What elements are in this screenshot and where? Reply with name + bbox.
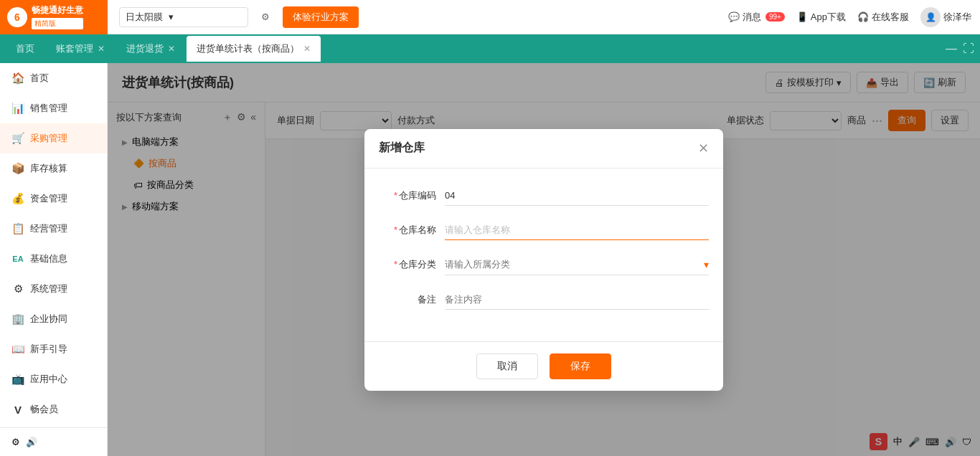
remark-input[interactable]	[445, 290, 709, 310]
tab-account-close[interactable]: ✕	[98, 44, 105, 54]
tab-account-label: 账套管理	[56, 42, 93, 55]
logo-area: 6 畅捷通好生意 精简版	[0, 0, 108, 34]
required-mark-2: *	[394, 224, 397, 235]
tab-maximize-icon[interactable]: ⛶	[963, 42, 974, 55]
cancel-button[interactable]: 取消	[476, 353, 538, 379]
warehouse-name-row: *仓库名称	[379, 220, 709, 240]
sidebar-item-app-label: 应用中心	[30, 373, 67, 386]
sidebar-bottom: ⚙ 🔊	[0, 427, 107, 456]
top-header: 6 畅捷通好生意 精简版 日太阳膜 ▾ ⚙ 体验行业方案 💬 消息 99+ 📱 …	[0, 0, 980, 34]
sidebar-item-home-label: 首页	[30, 72, 49, 85]
tab-purchase-return[interactable]: 进货退货 ✕	[116, 36, 185, 62]
save-button[interactable]: 保存	[550, 353, 611, 379]
warehouse-code-row: *仓库编码	[379, 186, 709, 206]
messages-badge: 99+	[765, 12, 785, 22]
logo-icon: 6	[7, 7, 27, 27]
remark-row: 备注	[379, 290, 709, 310]
tab-purchase-stats-label: 进货单统计表（按商品）	[197, 42, 299, 55]
tab-minimize-icon[interactable]: —	[946, 42, 957, 55]
new-warehouse-modal: 新增仓库 ✕ *仓库编码 *仓库名称	[364, 129, 723, 391]
warehouse-code-input[interactable]	[445, 186, 709, 206]
sidebar-item-inventory-label: 库存核算	[30, 162, 67, 175]
logo-text: 畅捷通好生意 精简版	[32, 4, 83, 29]
remark-label: 备注	[379, 293, 436, 306]
phone-icon: 📱	[796, 11, 808, 22]
sidebar-item-purchase-label: 采购管理	[30, 132, 67, 145]
avatar: 👤	[920, 7, 941, 27]
sidebar-item-system[interactable]: ⚙ 系统管理	[0, 274, 107, 304]
tab-bar: 首页 账套管理 ✕ 进货退货 ✕ 进货单统计表（按商品） ✕ — ⛶	[0, 34, 980, 63]
search-dropdown-icon[interactable]: ▾	[169, 11, 174, 22]
sidebar-item-finance[interactable]: 💰 资金管理	[0, 184, 107, 214]
system-icon: ⚙	[11, 282, 24, 295]
headset-icon: 🎧	[857, 11, 869, 22]
sidebar-item-enterprise[interactable]: 🏢 企业协同	[0, 304, 107, 334]
settings-bottom-icon[interactable]: ⚙	[11, 437, 20, 447]
sidebar-item-vip[interactable]: V 畅会员	[0, 394, 107, 424]
category-dropdown-icon[interactable]: ▾	[704, 259, 709, 270]
modal-overlay: 新增仓库 ✕ *仓库编码 *仓库名称	[108, 63, 980, 456]
required-mark: *	[394, 190, 397, 201]
enterprise-icon: 🏢	[11, 313, 24, 326]
app-icon: 📺	[11, 373, 24, 386]
tab-homepage-label: 首页	[16, 42, 34, 55]
finance-icon: 💰	[11, 192, 24, 205]
inventory-icon: 📦	[11, 162, 24, 175]
tab-purchase-return-label: 进货退货	[126, 42, 164, 55]
sidebar-item-sales-label: 销售管理	[30, 102, 67, 115]
sidebar-item-home[interactable]: 🏠 首页	[0, 63, 107, 93]
modal-footer: 取消 保存	[364, 341, 723, 391]
warehouse-category-input[interactable]	[445, 259, 704, 270]
tab-purchase-return-close[interactable]: ✕	[168, 44, 175, 54]
sales-icon: 📊	[11, 102, 24, 115]
sidebar-item-system-label: 系统管理	[30, 282, 67, 295]
sidebar-item-newbie[interactable]: 📖 新手引导	[0, 334, 107, 364]
sidebar-item-newbie-label: 新手引导	[30, 343, 67, 356]
main-layout: 🏠 首页 📊 销售管理 🛒 采购管理 📦 库存核算 💰 资金管理 📋 经营管理 …	[0, 63, 980, 456]
user-area[interactable]: 👤 徐泽华	[920, 7, 971, 27]
warehouse-category-row: *仓库分类 ▾	[379, 255, 709, 275]
sidebar-item-basic[interactable]: EA 基础信息	[0, 244, 107, 274]
sidebar-item-operations[interactable]: 📋 经营管理	[0, 214, 107, 244]
sidebar-item-enterprise-label: 企业协同	[30, 313, 67, 326]
trial-button[interactable]: 体验行业方案	[283, 6, 359, 28]
newbie-icon: 📖	[11, 343, 24, 356]
warehouse-name-label: *仓库名称	[379, 224, 436, 237]
sidebar-item-finance-label: 资金管理	[30, 192, 67, 205]
home-icon: 🏠	[11, 72, 24, 85]
online-service-btn[interactable]: 🎧 在线客服	[857, 11, 909, 24]
sidebar-item-operations-label: 经营管理	[30, 222, 67, 235]
header-right: 💬 消息 99+ 📱 App下载 🎧 在线客服 👤 徐泽华	[728, 7, 971, 27]
sidebar-item-app[interactable]: 📺 应用中心	[0, 364, 107, 394]
sidebar-item-basic-label: 基础信息	[30, 252, 67, 265]
search-text: 日太阳膜	[126, 11, 163, 24]
speaker-icon[interactable]: 🔊	[26, 437, 37, 447]
sidebar-item-sales[interactable]: 📊 销售管理	[0, 93, 107, 123]
warehouse-code-label: *仓库编码	[379, 189, 436, 202]
warehouse-category-label: *仓库分类	[379, 258, 436, 271]
modal-close-btn[interactable]: ✕	[698, 141, 709, 156]
tab-account-management[interactable]: 账套管理 ✕	[46, 36, 115, 62]
purchase-icon: 🛒	[11, 132, 24, 145]
vip-icon: V	[11, 403, 24, 416]
modal-body: *仓库编码 *仓库名称 *仓库分类	[364, 168, 723, 341]
search-bar[interactable]: 日太阳膜 ▾	[119, 7, 248, 27]
tab-purchase-stats[interactable]: 进货单统计表（按商品） ✕	[187, 36, 321, 62]
username-label: 徐泽华	[943, 11, 971, 24]
tab-homepage[interactable]: 首页	[6, 36, 44, 62]
messages-btn[interactable]: 💬 消息 99+	[728, 11, 785, 24]
sidebar-item-inventory[interactable]: 📦 库存核算	[0, 153, 107, 184]
settings-icon-btn[interactable]: ⚙	[254, 6, 277, 29]
warehouse-name-input[interactable]	[445, 220, 709, 240]
required-mark-3: *	[394, 259, 397, 270]
sidebar-item-purchase[interactable]: 🛒 采购管理	[0, 123, 107, 153]
gear-icon: ⚙	[261, 11, 270, 22]
modal-title: 新增仓库	[379, 141, 425, 156]
tab-purchase-stats-close[interactable]: ✕	[303, 44, 311, 54]
content-area: 进货单统计(按商品) 🖨 按模板打印 ▾ 📤 导出 🔄 刷新	[108, 63, 980, 456]
modal-header: 新增仓库 ✕	[364, 129, 723, 168]
sidebar-item-vip-label: 畅会员	[30, 403, 58, 416]
operations-icon: 📋	[11, 222, 24, 235]
app-download-btn[interactable]: 📱 App下载	[796, 11, 846, 24]
sidebar: 🏠 首页 📊 销售管理 🛒 采购管理 📦 库存核算 💰 资金管理 📋 经营管理 …	[0, 63, 108, 456]
